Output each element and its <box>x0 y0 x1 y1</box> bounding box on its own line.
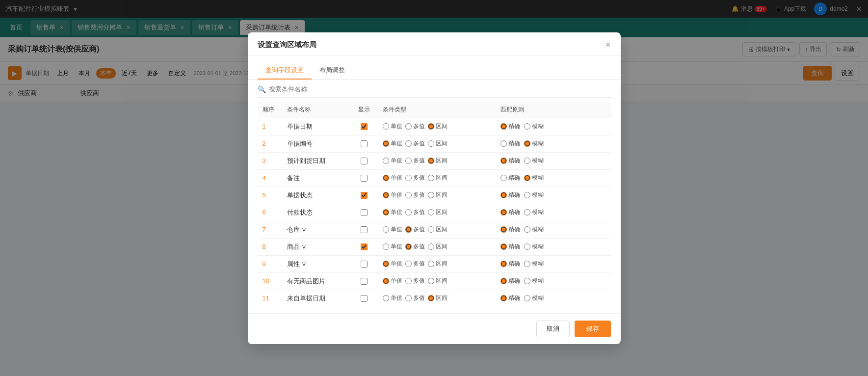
th-order: 顺序 <box>258 102 282 103</box>
tab-query-field-settings-label: 查询字段设置 <box>265 66 304 74</box>
dialog-tabs: 查询字段设置 布局调整 <box>248 56 621 80</box>
th-display: 显示 <box>351 102 378 103</box>
dialog-close-btn[interactable]: × <box>605 40 611 49</box>
th-match: 匹配原则 <box>496 102 611 103</box>
search-icon: 🔍 <box>258 85 266 93</box>
settings-dialog: 设置查询区域布局 × 查询字段设置 布局调整 🔍 <box>248 32 621 103</box>
tab-layout-adjust-label: 布局调整 <box>319 66 345 74</box>
search-bar: 🔍 <box>258 85 611 98</box>
settings-table: 顺序 条件名称 显示 条件类型 匹配原则 1单据日期 单值 多值 <box>258 102 611 103</box>
dialog-title: 设置查询区域布局 <box>258 40 316 50</box>
tab-query-field-settings[interactable]: 查询字段设置 <box>258 62 312 80</box>
dialog-body: 🔍 顺序 条件名称 显示 条件类型 匹配原则 <box>248 80 621 103</box>
th-type: 条件类型 <box>378 102 496 103</box>
conditions-table: 顺序 条件名称 显示 条件类型 匹配原则 1单据日期 单值 多值 <box>258 102 611 103</box>
modal-overlay[interactable]: 设置查询区域布局 × 查询字段设置 布局调整 🔍 <box>0 0 868 102</box>
search-input[interactable] <box>269 85 611 93</box>
dialog-header: 设置查询区域布局 × <box>248 32 621 56</box>
th-name: 条件名称 <box>282 102 351 103</box>
tab-layout-adjust[interactable]: 布局调整 <box>312 62 353 80</box>
